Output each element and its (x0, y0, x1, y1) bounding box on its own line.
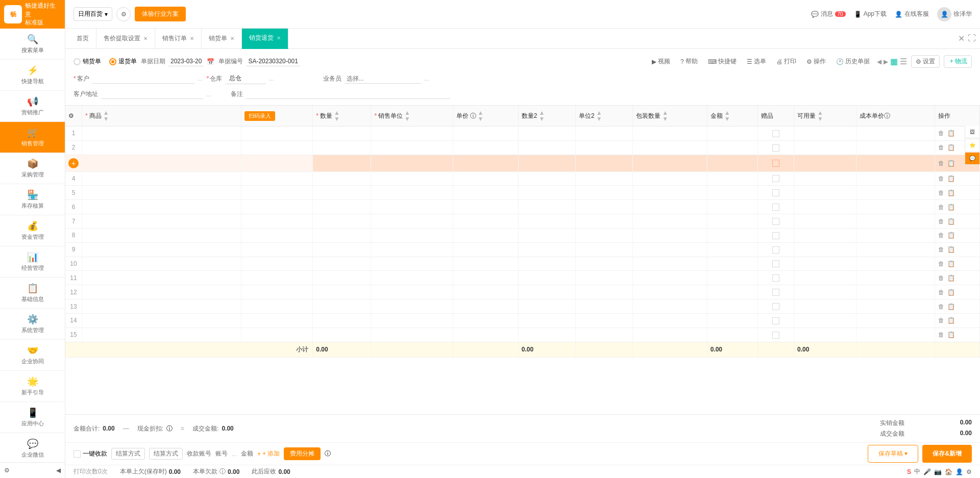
sidebar-item-weixin[interactable]: 💬 企业微信 (0, 433, 65, 462)
unit2-cell[interactable] (575, 271, 632, 285)
available-cell[interactable] (794, 285, 856, 299)
tab-home[interactable]: 首页 (69, 29, 96, 49)
copy-icon[interactable]: 📋 (947, 175, 955, 182)
gift-checkbox[interactable] (772, 232, 779, 239)
unit-price-cell[interactable] (453, 328, 518, 342)
unit-price-cell[interactable] (453, 200, 518, 214)
pack-qty-cell[interactable] (633, 186, 707, 200)
unit-price-cell[interactable] (453, 285, 518, 299)
qty2-cell[interactable] (518, 140, 575, 155)
sale-unit-cell[interactable] (371, 228, 453, 242)
cost-price-cell[interactable] (856, 140, 935, 155)
delete-icon[interactable]: 🗑 (938, 160, 944, 167)
available-cell[interactable] (794, 140, 856, 155)
product-cell[interactable] (82, 171, 241, 186)
delete-icon[interactable]: 🗑 (938, 289, 944, 296)
gift-checkbox[interactable] (772, 218, 779, 225)
float-chat-btn[interactable]: 💬 (965, 152, 980, 165)
amount-cell[interactable] (707, 242, 757, 257)
unit2-cell[interactable] (575, 140, 632, 155)
amount-cell[interactable] (707, 140, 757, 155)
qty2-cell[interactable] (518, 127, 575, 141)
unit2-cell[interactable] (575, 200, 632, 214)
copy-icon[interactable]: 📋 (947, 218, 955, 225)
app-download-btn[interactable]: 📱 App下载 (854, 10, 887, 18)
qty-cell[interactable] (313, 171, 371, 186)
pack-qty-cell[interactable] (633, 285, 707, 299)
unit-price-cell[interactable] (453, 171, 518, 186)
gift-checkbox[interactable] (772, 289, 779, 296)
unit2-cell[interactable] (575, 127, 632, 141)
unit2-cell[interactable] (575, 242, 632, 257)
pack-qty-cell[interactable] (633, 127, 707, 141)
unit-price-cell[interactable] (453, 313, 518, 328)
sidebar-item-marketing[interactable]: 📢 营销推广 (0, 91, 65, 122)
product-cell[interactable] (82, 228, 241, 242)
fee-split-btn[interactable]: 费用分摊 (284, 447, 321, 460)
one-key-payment-check[interactable]: 一键收款 (74, 449, 107, 458)
save-draft-btn[interactable]: 保存草稿 ▾ (868, 445, 918, 463)
close-icon[interactable]: ✕ (277, 35, 281, 41)
qty-cell[interactable] (313, 242, 371, 257)
pack-qty-cell[interactable] (633, 228, 707, 242)
product-cell[interactable] (82, 271, 241, 285)
available-cell[interactable] (794, 313, 856, 328)
cost-price-cell[interactable] (856, 242, 935, 257)
cost-price-cell[interactable] (856, 328, 935, 342)
pack-qty-cell[interactable] (633, 299, 707, 314)
product-cell[interactable] (82, 242, 241, 257)
add-fee-btn[interactable]: + + 添加 (257, 449, 280, 458)
qty2-cell[interactable] (518, 257, 575, 271)
cost-price-cell[interactable] (856, 228, 935, 242)
unit-price-cell[interactable] (453, 271, 518, 285)
copy-icon[interactable]: 📋 (947, 289, 955, 296)
sidebar-item-quick-nav[interactable]: ⚡ 快捷导航 (0, 60, 65, 91)
tab-sales-return[interactable]: 销货退货 ✕ (242, 29, 288, 49)
cost-price-cell[interactable] (856, 313, 935, 328)
gift-checkbox[interactable] (772, 204, 779, 211)
help-btn[interactable]: ? 帮助 (677, 56, 701, 67)
delete-icon[interactable]: 🗑 (938, 331, 944, 338)
gift-checkbox[interactable] (772, 332, 779, 339)
note-input[interactable] (246, 89, 450, 99)
cost-price-cell[interactable] (856, 257, 935, 271)
unit2-cell[interactable] (575, 257, 632, 271)
close-icon[interactable]: ✕ (143, 36, 148, 41)
sale-unit-cell[interactable] (371, 242, 453, 257)
copy-icon[interactable]: 📋 (947, 189, 955, 196)
sale-unit-cell[interactable] (371, 328, 453, 342)
product-cell[interactable] (82, 214, 241, 229)
qty-cell[interactable] (313, 186, 371, 200)
copy-icon[interactable]: 📋 (947, 160, 955, 167)
qty-cell[interactable] (313, 228, 371, 242)
unit-price-cell[interactable] (453, 155, 518, 171)
qty-cell[interactable] (313, 214, 371, 229)
user-info[interactable]: 👤 徐泽华 (937, 7, 972, 21)
sidebar-item-system[interactable]: ⚙️ 系统管理 (0, 309, 65, 340)
maximize-icon[interactable]: ⛶ (968, 34, 976, 43)
available-cell[interactable] (794, 186, 856, 200)
pack-qty-cell[interactable] (633, 155, 707, 171)
gift-checkbox[interactable] (772, 303, 779, 310)
cost-price-cell[interactable] (856, 271, 935, 285)
qty2-cell[interactable] (518, 171, 575, 186)
available-cell[interactable] (794, 127, 856, 141)
unit-price-cell[interactable] (453, 214, 518, 229)
date-value[interactable]: 2023-03-20 (168, 57, 204, 66)
scan-btn[interactable]: 扫码录入 (244, 111, 275, 121)
sidebar-item-purchase[interactable]: 📦 采购管理 (0, 153, 65, 184)
unit-price-cell[interactable] (453, 228, 518, 242)
list-view-icon[interactable]: ☰ (900, 57, 907, 66)
amount-cell[interactable] (707, 257, 757, 271)
add-logistics-btn[interactable]: + 物流 (944, 55, 972, 68)
pack-qty-cell[interactable] (633, 200, 707, 214)
unit2-cell[interactable] (575, 228, 632, 242)
amount-cell[interactable] (707, 313, 757, 328)
sidebar-settings-icon[interactable]: ⚙ (4, 467, 10, 474)
copy-icon[interactable]: 📋 (947, 144, 955, 151)
available-cell[interactable] (794, 228, 856, 242)
copy-icon[interactable]: 📋 (947, 246, 955, 253)
delete-icon[interactable]: 🗑 (938, 189, 944, 196)
qty2-cell[interactable] (518, 313, 575, 328)
unit2-cell[interactable] (575, 285, 632, 299)
